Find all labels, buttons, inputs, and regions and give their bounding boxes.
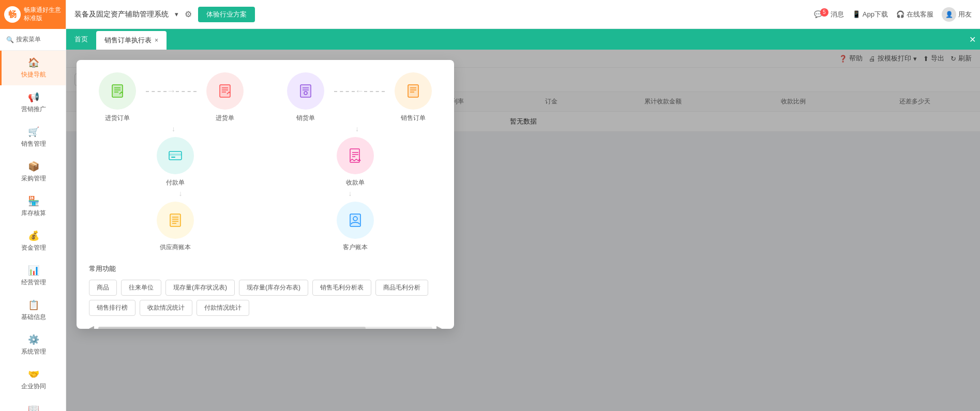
flow-diagram-section: 进货订单 →: [89, 72, 442, 252]
scroll-thumb[interactable]: [98, 327, 366, 329]
purchase-order-icon: [99, 72, 136, 110]
common-functions-section: 常用功能 商品 往来单位 现存量(库存状况表) 现存量(库存分布表) 销售毛利分…: [89, 264, 442, 316]
btn-inventory-status[interactable]: 现存量(库存状况表): [165, 280, 235, 296]
tabs-bar: 首页 销售订单执行表 × ✕: [66, 29, 980, 50]
header-actions: 💬 5 消息 📱 App下载 🎧 在线客服 👤 用友: [814, 7, 972, 22]
purchase-icon: 📦: [28, 161, 39, 172]
btn-sales-gross[interactable]: 销售毛利分析表: [312, 280, 371, 296]
purchase-order-label: 进货订单: [105, 114, 130, 123]
logo-icon: 畅: [4, 6, 21, 23]
sidebar-item-quick-nav[interactable]: 🏠 快捷导航: [0, 51, 66, 85]
sidebar-item-purchase[interactable]: 📦 采购管理: [0, 155, 66, 189]
sidebar-item-guide[interactable]: 📖 新手引导: [0, 397, 66, 411]
guide-icon: 📖: [28, 403, 39, 411]
system-title: 装备及固定资产辅助管理系统: [74, 10, 169, 19]
customer-ledger-label: 客户账本: [343, 243, 368, 252]
main-content: 装备及固定资产辅助管理系统 ▾ ⚙ 体验行业方案 💬 5 消息 📱 App下载 …: [66, 0, 980, 411]
flow-node-payment[interactable]: 付款单: [147, 137, 204, 187]
app-download-action[interactable]: 📱 App下载: [852, 10, 888, 19]
svg-rect-21: [169, 154, 182, 156]
window-close-icon[interactable]: ✕: [969, 35, 976, 44]
payment-icon: [157, 137, 194, 174]
sidebar-nav: 🏠 快捷导航 📢 营销推广 🛒 销售管理 📦 采购管理 🏪 库存核算 💰: [0, 51, 66, 411]
sidebar-item-system[interactable]: ⚙️ 系统管理: [0, 328, 66, 362]
download-icon: 📱: [852, 10, 861, 18]
experience-button[interactable]: 体验行业方案: [198, 7, 255, 22]
online-service-action[interactable]: 🎧 在线客服: [896, 10, 933, 19]
system-icon: ⚙️: [28, 334, 39, 345]
supplier-ledger-label: 供应商账本: [160, 243, 191, 252]
btn-product-gross[interactable]: 商品毛利分析: [375, 280, 428, 296]
enterprise-icon: 🤝: [28, 369, 39, 380]
home-icon: 🏠: [28, 57, 39, 68]
flow-dashed-arrow-1: [146, 91, 167, 92]
search-menu-button[interactable]: 🔍 搜索菜单: [4, 33, 62, 46]
finance-icon: 💰: [28, 230, 39, 241]
btn-inventory-dist[interactable]: 现存量(库存分布表): [239, 280, 308, 296]
sidebar-item-inventory[interactable]: 🏪 库存核算: [0, 189, 66, 224]
flow-dashed-3: [334, 91, 355, 92]
flow-node-supplier-ledger[interactable]: 供应商账本: [147, 202, 204, 252]
sales-bill-icon: [287, 72, 324, 110]
scroll-right-icon[interactable]: ▶: [436, 324, 442, 329]
flow-node-customer-ledger[interactable]: 客户账本: [327, 202, 384, 252]
modal-scrollbar: ◀ ▶: [89, 324, 442, 329]
flow-node-receipt[interactable]: 收款单: [327, 137, 384, 187]
sidebar-item-marketing[interactable]: 📢 营销推广: [0, 85, 66, 120]
down-arrow-2: ↓: [355, 125, 359, 133]
flow-node-sales-order[interactable]: 销售订单: [385, 72, 442, 123]
quick-nav-modal: 进货订单 →: [77, 60, 454, 329]
btn-sales-ranking[interactable]: 销售排行榜: [89, 300, 135, 316]
sales-icon: 🛒: [28, 126, 39, 138]
sidebar-item-enterprise[interactable]: 🤝 企业协同: [0, 362, 66, 397]
down-arrow-1: ↓: [172, 125, 175, 133]
btn-payment-stats[interactable]: 付款情况统计: [197, 300, 249, 316]
purchase-bill-icon: [206, 72, 244, 110]
headset-icon: 🎧: [896, 10, 904, 18]
sales-order-icon: [395, 72, 432, 110]
sidebar-logo: 畅 畅康通好生意 标准版: [0, 0, 66, 29]
flow-node-sales-bill[interactable]: 销货单: [277, 72, 334, 123]
btn-partners[interactable]: 往来单位: [121, 280, 161, 296]
flow-node-purchase-order[interactable]: 进货订单: [89, 72, 146, 123]
user-action[interactable]: 👤 用友: [942, 7, 972, 22]
message-action[interactable]: 💬 5 消息: [814, 10, 844, 19]
modal-overlay: 进货订单 →: [66, 50, 980, 411]
sidebar-item-basic-info[interactable]: 📋 基础信息: [0, 293, 66, 328]
dropdown-arrow-icon: ▾: [175, 10, 178, 18]
scroll-track[interactable]: [98, 327, 432, 329]
sales-order-label: 销售订单: [401, 114, 426, 123]
tab-home[interactable]: 首页: [66, 29, 96, 50]
tab-close-icon[interactable]: ×: [155, 37, 158, 44]
search-icon: 🔍: [6, 36, 14, 43]
avatar: 👤: [942, 7, 956, 22]
inventory-icon: 🏪: [28, 195, 39, 207]
scroll-left-icon[interactable]: ◀: [89, 324, 94, 329]
header: 装备及固定资产辅助管理系统 ▾ ⚙ 体验行业方案 💬 5 消息 📱 App下载 …: [66, 0, 980, 29]
basic-info-icon: 📋: [28, 299, 39, 311]
svg-rect-22: [171, 157, 175, 158]
sales-bill-label: 销货单: [296, 114, 315, 123]
btn-product[interactable]: 商品: [89, 280, 117, 296]
flow-node-purchase-bill[interactable]: 进货单: [197, 72, 253, 123]
tab-sales-order[interactable]: 销售订单执行表 ×: [96, 31, 167, 50]
system-dropdown[interactable]: ▾: [175, 10, 178, 18]
sidebar-item-finance[interactable]: 💰 资金管理: [0, 224, 66, 258]
svg-rect-5: [220, 85, 230, 97]
svg-rect-10: [300, 85, 311, 97]
payment-label: 付款单: [166, 178, 185, 187]
svg-rect-27: [170, 214, 180, 226]
sidebar-item-operation[interactable]: 📊 经营管理: [0, 258, 66, 293]
operation-icon: 📊: [28, 265, 39, 276]
flow-dashed-2: [176, 91, 197, 92]
sidebar-item-sales[interactable]: 🛒 销售管理: [0, 120, 66, 155]
btn-receipt-stats[interactable]: 收款情况统计: [140, 300, 192, 316]
down-arrow-3: ↓: [157, 189, 204, 197]
customer-ledger-icon: [337, 202, 374, 239]
svg-rect-15: [408, 85, 418, 97]
common-buttons-row: 商品 往来单位 现存量(库存状况表) 现存量(库存分布表) 销售毛利分析表 商品…: [89, 280, 442, 296]
sidebar-search-area: 🔍 搜索菜单: [0, 29, 66, 51]
logo-text: 畅康通好生意 标准版: [24, 6, 61, 22]
sidebar: 畅 畅康通好生意 标准版 🔍 搜索菜单 🏠 快捷导航 📢 营销推广 🛒: [0, 0, 66, 411]
gear-button[interactable]: ⚙: [185, 9, 192, 19]
